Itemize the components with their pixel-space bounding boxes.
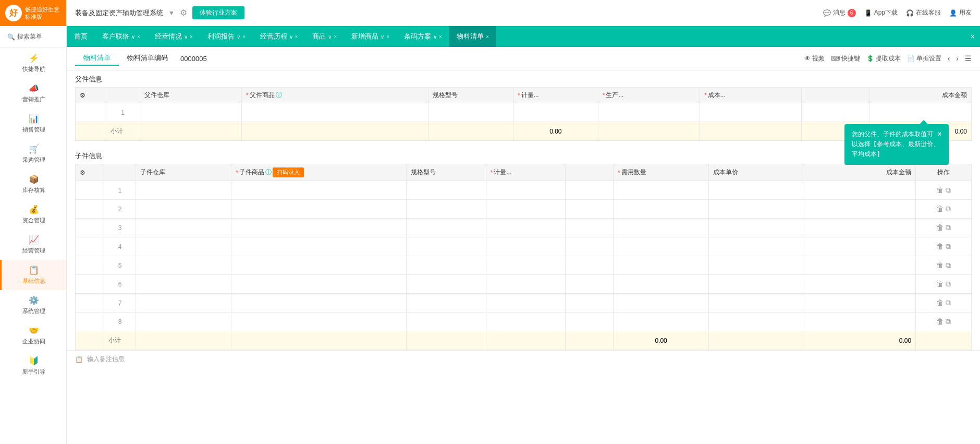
parent-row1-spec[interactable]: [428, 103, 513, 122]
nav-global-close[interactable]: ×: [965, 32, 980, 41]
sidebar-item-guide[interactable]: 🔰 新手引导: [0, 351, 66, 381]
sidebar-item-cooperation[interactable]: 🤝 企业协同: [0, 320, 66, 351]
child-row8-spec[interactable]: [407, 313, 486, 331]
child-row8-delete-icon[interactable]: 🗑: [936, 317, 944, 326]
child-row6-unit-cost[interactable]: [709, 275, 804, 294]
child-row1-delete-icon[interactable]: 🗑: [936, 186, 944, 195]
child-row1-spec[interactable]: [407, 181, 486, 200]
child-row7-unit[interactable]: [486, 294, 566, 313]
child-row1-copy-icon[interactable]: ⧉: [946, 186, 951, 195]
child-row8-unit[interactable]: [486, 313, 566, 331]
child-row5-unit-cost[interactable]: [709, 256, 804, 275]
child-row3-product[interactable]: [231, 219, 407, 237]
child-row3-delete-icon[interactable]: 🗑: [936, 223, 944, 232]
nav-prev-btn[interactable]: ‹: [948, 54, 950, 63]
child-row1-unit[interactable]: [486, 181, 566, 200]
child-row2-product[interactable]: [231, 200, 407, 219]
child-row7-copy-icon[interactable]: ⧉: [946, 298, 951, 307]
child-row2-unit-cost[interactable]: [709, 200, 804, 219]
sidebar-item-system[interactable]: ⚙️ 系统管理: [0, 290, 66, 320]
child-row1-product[interactable]: [231, 181, 407, 200]
child-row4-product[interactable]: [231, 237, 407, 256]
child-row2-warehouse[interactable]: [136, 200, 231, 219]
child-row6-copy-icon[interactable]: ⧉: [946, 280, 951, 289]
child-row3-qty[interactable]: [613, 219, 708, 237]
tab-add-goods-close[interactable]: ×: [386, 34, 389, 40]
trial-button[interactable]: 体验行业方案: [192, 6, 244, 19]
sidebar-item-marketing[interactable]: 📣 营销推广: [0, 78, 66, 109]
sidebar-item-finance[interactable]: 💰 资金管理: [0, 199, 66, 230]
tab-operations-close[interactable]: ×: [190, 34, 193, 40]
parent-row1-warehouse[interactable]: [140, 103, 241, 122]
tab-customers-close[interactable]: ×: [137, 34, 140, 40]
app-download-button[interactable]: 📱 App下载: [864, 8, 898, 17]
child-row7-unit-cost[interactable]: [709, 294, 804, 313]
doc-settings-action[interactable]: 📄 单据设置: [907, 54, 941, 63]
sidebar-item-inventory[interactable]: 📦 库存核算: [0, 169, 66, 199]
child-row7-qty[interactable]: [613, 294, 708, 313]
child-row6-qty[interactable]: [613, 275, 708, 294]
shortcut-action[interactable]: ⌨ 快捷键: [831, 54, 860, 63]
sidebar-item-operations[interactable]: 📈 经营管理: [0, 230, 66, 260]
settings-icon[interactable]: ⚙: [180, 8, 187, 18]
child-row4-copy-icon[interactable]: ⧉: [946, 242, 951, 251]
child-row5-qty[interactable]: [613, 256, 708, 275]
child-settings-icon[interactable]: ⚙: [80, 169, 85, 176]
child-row2-copy-icon[interactable]: ⧉: [946, 205, 951, 213]
child-row6-spec[interactable]: [407, 275, 486, 294]
sidebar-item-sales[interactable]: 📊 销售管理: [0, 109, 66, 139]
child-row4-unit-cost[interactable]: [709, 237, 804, 256]
parent-row1-unit[interactable]: [513, 103, 598, 122]
sidebar-item-purchase[interactable]: 🛒 采购管理: [0, 139, 66, 169]
child-row5-copy-icon[interactable]: ⧉: [946, 261, 951, 270]
tooltip-close-button[interactable]: ×: [938, 129, 941, 139]
tab-goods[interactable]: 商品 ∨ ×: [305, 26, 344, 47]
child-row1-warehouse[interactable]: [136, 181, 231, 200]
child-row6-product[interactable]: [231, 275, 407, 294]
child-row4-warehouse[interactable]: [136, 237, 231, 256]
child-row3-spec[interactable]: [407, 219, 486, 237]
sub-tab-bom-list[interactable]: 物料清单: [75, 51, 119, 66]
child-row5-product[interactable]: [231, 256, 407, 275]
sidebar-item-basic-info[interactable]: 📋 基础信息: [0, 260, 66, 290]
child-row5-delete-icon[interactable]: 🗑: [936, 261, 944, 270]
child-row7-warehouse[interactable]: [136, 294, 231, 313]
child-row6-warehouse[interactable]: [136, 275, 231, 294]
parent-th-settings[interactable]: ⚙: [76, 88, 106, 103]
child-row7-delete-icon[interactable]: 🗑: [936, 298, 944, 307]
tab-barcode[interactable]: 条码方案 ∨ ×: [397, 26, 449, 47]
tab-goods-close[interactable]: ×: [334, 34, 337, 40]
tab-history-close[interactable]: ×: [295, 34, 298, 40]
search-menu-button[interactable]: 🔍 搜索菜单: [4, 30, 62, 43]
tab-profit-close[interactable]: ×: [242, 34, 246, 40]
child-row2-unit[interactable]: [486, 200, 566, 219]
child-th-settings[interactable]: ⚙: [76, 164, 104, 181]
child-row5-spec[interactable]: [407, 256, 486, 275]
child-row1-unit-cost[interactable]: [709, 181, 804, 200]
tab-bom[interactable]: 物料清单 ×: [449, 26, 496, 47]
sidebar-item-quick-nav[interactable]: ⚡ 快捷导航: [0, 48, 66, 78]
parent-settings-icon[interactable]: ⚙: [80, 92, 85, 99]
tab-add-goods[interactable]: 新增商品 ∨ ×: [344, 26, 397, 47]
child-row2-spec[interactable]: [407, 200, 486, 219]
child-row5-unit[interactable]: [486, 256, 566, 275]
child-row2-qty[interactable]: [613, 200, 708, 219]
child-row4-delete-icon[interactable]: 🗑: [936, 242, 944, 251]
nav-next-btn[interactable]: ›: [956, 54, 959, 63]
child-row4-spec[interactable]: [407, 237, 486, 256]
parent-row1-product[interactable]: [242, 103, 428, 122]
child-row3-copy-icon[interactable]: ⧉: [946, 223, 951, 232]
tab-profit[interactable]: 利润报告 ∨ ×: [200, 26, 253, 47]
child-row2-delete-icon[interactable]: 🗑: [936, 205, 944, 213]
tab-operations[interactable]: 经营情况 ∨ ×: [148, 26, 200, 47]
child-row3-unit[interactable]: [486, 219, 566, 237]
child-row1-qty[interactable]: [613, 181, 708, 200]
system-title-dropdown-icon[interactable]: ▼: [168, 9, 175, 17]
scan-input-button[interactable]: 扫码录入: [273, 167, 304, 177]
child-row6-delete-icon[interactable]: 🗑: [936, 280, 944, 289]
user-button[interactable]: 👤 用友: [949, 8, 972, 17]
child-row3-unit-cost[interactable]: [709, 219, 804, 237]
online-service-button[interactable]: 🎧 在线客服: [906, 8, 941, 17]
messages-button[interactable]: 💬 消息 6: [823, 8, 856, 17]
view-action[interactable]: 👁 视频: [804, 54, 825, 63]
